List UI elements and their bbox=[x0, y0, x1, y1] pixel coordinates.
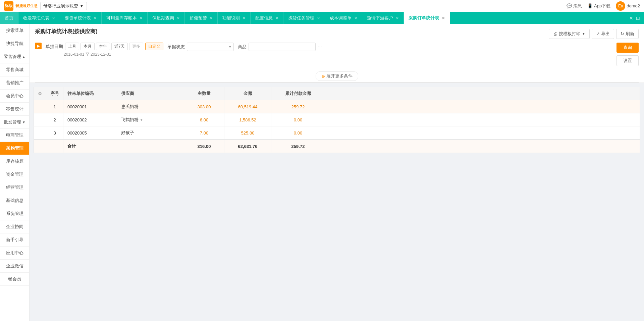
template-print-label: 按模板打印 bbox=[559, 31, 581, 37]
nav-close-btn[interactable]: ✕ bbox=[628, 15, 635, 21]
filter-status-select[interactable] bbox=[187, 43, 234, 51]
row-no: 3 bbox=[46, 126, 63, 140]
top-bar-right: 💬 消息 📱 App下载 Ea demo2 bbox=[567, 1, 640, 11]
sidebar-item-retail-shop[interactable]: 零售商城 bbox=[0, 63, 29, 76]
filter-date-block: 单据日期 上月 本月 本年 近7天 更多 自定义 2016-01-01 至 20… bbox=[46, 43, 163, 57]
footer-supplier-cell bbox=[117, 140, 184, 153]
th-settings[interactable]: ⚙ bbox=[34, 87, 46, 100]
date-btn-last-month[interactable]: 上月 bbox=[65, 43, 79, 50]
sidebar-item-system-mgmt[interactable]: 系统管理 bbox=[0, 207, 29, 220]
data-table: ⚙ 序号 往来单位编码 供应商 主数量 金额 累计付款金额 1 00020001… bbox=[34, 87, 640, 153]
btn-settings[interactable]: 设置 bbox=[616, 55, 639, 66]
btn-template-print[interactable]: 🖨 按模板打印 ▼ bbox=[549, 29, 590, 39]
expand-more-label: 展开更多条件 bbox=[326, 73, 353, 79]
workspace-selector[interactable]: 母婴行业演示账套 ▼ bbox=[40, 2, 87, 10]
tab-config-info[interactable]: 配置信息 ✕ bbox=[251, 12, 283, 24]
tab-receive-summary[interactable]: 收发存汇总表 ✕ bbox=[18, 12, 60, 24]
sidebar-item-app-center[interactable]: 应用中心 bbox=[0, 247, 29, 260]
sidebar-item-enterprise-wechat[interactable]: 企业微信 bbox=[0, 260, 29, 273]
sidebar-item-finance[interactable]: 资金管理 bbox=[0, 168, 29, 181]
tab-home[interactable]: 首页 bbox=[0, 12, 18, 24]
date-btn-7days[interactable]: 近7天 bbox=[111, 43, 128, 50]
footer-no-cell bbox=[46, 140, 63, 153]
sidebar-item-retail-stats[interactable]: 零售统计 bbox=[0, 103, 29, 116]
sidebar-item-wholesale-mgmt[interactable]: 批发管理 ▼ bbox=[0, 116, 29, 129]
sidebar-item-purchase-mgmt[interactable]: 采购管理 bbox=[0, 142, 29, 155]
top-bar-left: 标版 畅捷通好生意 母婴行业演示账套 ▼ bbox=[4, 1, 87, 11]
table-row: 2 00020002 飞鹤奶粉 ▼ 6.00 1,586.52 0.00 bbox=[34, 113, 640, 126]
tab-receive-summary-close[interactable]: ✕ bbox=[52, 16, 55, 20]
app-download-btn[interactable]: 📱 App下载 bbox=[587, 3, 610, 9]
sidebar-item-ecommerce[interactable]: 电商管理 bbox=[0, 129, 29, 142]
date-btn-this-year[interactable]: 本年 bbox=[96, 43, 110, 50]
tab-cost-adjust-label: 成本调整单 bbox=[330, 15, 352, 21]
nav-restore-btn[interactable]: ⊡ bbox=[635, 15, 641, 21]
date-btn-this-month[interactable]: 本月 bbox=[80, 43, 95, 50]
tab-purchase-stats[interactable]: 采购订单统计表 ✕ bbox=[404, 12, 450, 24]
expand-more-btn[interactable]: ⊕ 展开更多条件 bbox=[316, 71, 358, 81]
page-header-actions: 🖨 按模板打印 ▼ ↗ 导出 ↻ 刷新 bbox=[549, 29, 639, 39]
tab-available-stock[interactable]: 可用量库存账本 ✕ bbox=[102, 12, 148, 24]
tab-expiry-query-close[interactable]: ✕ bbox=[177, 16, 180, 20]
sidebar-item-operations[interactable]: 经营管理 bbox=[0, 181, 29, 194]
footer-paid-cell: 259.72 bbox=[271, 140, 325, 153]
row-extra bbox=[325, 126, 640, 140]
tab-available-stock-close[interactable]: ✕ bbox=[140, 16, 143, 20]
sidebar-item-marketing[interactable]: 营销推广 bbox=[0, 76, 29, 90]
th-no: 序号 bbox=[46, 87, 63, 100]
btn-export[interactable]: ↗ 导出 bbox=[592, 29, 614, 39]
tab-pick-task[interactable]: 拣货任务管理 ✕ bbox=[283, 12, 325, 24]
filter-goods-block: 商品 ··· bbox=[238, 43, 322, 51]
sidebar-item-retail-mgmt[interactable]: 零售管理 ▲ bbox=[0, 50, 29, 63]
tab-cost-adjust-close[interactable]: ✕ bbox=[354, 16, 357, 20]
gear-icon[interactable]: ⚙ bbox=[38, 91, 42, 96]
user-area[interactable]: Ea demo2 bbox=[616, 1, 640, 11]
tab-function-desc[interactable]: 功能说明 ✕ bbox=[218, 12, 251, 24]
sidebar-item-search[interactable]: 搜索菜单 bbox=[0, 24, 29, 37]
tab-cost-adjust[interactable]: 成本调整单 ✕ bbox=[325, 12, 362, 24]
tab-purchase-stats-close[interactable]: ✕ bbox=[442, 16, 445, 20]
tab-overstock-close[interactable]: ✕ bbox=[210, 16, 213, 20]
btn-query[interactable]: 查询 bbox=[616, 43, 639, 53]
template-print-arrow: ▼ bbox=[582, 32, 585, 36]
tab-expiry-query[interactable]: 保质期查询 ✕ bbox=[148, 12, 185, 24]
logo-text: 畅捷通好生意 bbox=[15, 4, 38, 8]
filter-goods-input[interactable] bbox=[249, 43, 316, 51]
sidebar-item-member[interactable]: 畅会员 bbox=[0, 273, 29, 286]
tab-goods-stats-close[interactable]: ✕ bbox=[94, 16, 97, 20]
tab-goods-stats[interactable]: 要货单统计表 ✕ bbox=[60, 12, 102, 24]
status-select-wrapper: ▼ bbox=[187, 43, 234, 51]
tab-pick-task-close[interactable]: ✕ bbox=[317, 16, 320, 20]
btn-refresh[interactable]: ↻ 刷新 bbox=[616, 29, 639, 39]
sidebar-system-mgmt-label: 系统管理 bbox=[0, 211, 29, 217]
sidebar-item-enterprise-collab[interactable]: 企业协同 bbox=[0, 220, 29, 233]
date-btn-more[interactable]: 更多 bbox=[129, 43, 143, 50]
tab-invite-downstream[interactable]: 邀请下游客户 ✕ bbox=[362, 12, 404, 24]
sidebar-item-basic-info[interactable]: 基础信息 bbox=[0, 194, 29, 207]
table-row: 1 00020001 惠氏奶粉 303.00 60,519.44 259.72 bbox=[34, 100, 640, 113]
goods-more-icon[interactable]: ··· bbox=[318, 44, 322, 50]
tab-config-info-label: 配置信息 bbox=[255, 15, 273, 21]
th-paid-amount: 累计付款金额 bbox=[271, 87, 325, 100]
th-amount: 金额 bbox=[224, 87, 271, 100]
filter-expand-toggle[interactable]: ▶ bbox=[35, 43, 42, 49]
row-supplier-code: 00020005 bbox=[63, 126, 117, 140]
tab-function-desc-close[interactable]: ✕ bbox=[243, 16, 246, 20]
sidebar-item-member-center[interactable]: 会员中心 bbox=[0, 90, 29, 103]
sidebar-basic-info-label: 基础信息 bbox=[0, 198, 29, 204]
sidebar-item-stock-check[interactable]: 库存核算 bbox=[0, 155, 29, 168]
message-btn[interactable]: 💬 消息 bbox=[567, 3, 582, 9]
tab-config-info-close[interactable]: ✕ bbox=[275, 16, 278, 20]
tab-invite-downstream-close[interactable]: ✕ bbox=[396, 16, 399, 20]
row-supplier-code: 00020002 bbox=[63, 113, 117, 126]
tab-overstock[interactable]: 超储预警 ✕ bbox=[185, 12, 218, 24]
expand-more-icon: ⊕ bbox=[321, 74, 325, 79]
row-settings-cell bbox=[34, 126, 46, 140]
sidebar-item-new-guide[interactable]: 新手引导 bbox=[0, 233, 29, 247]
table-header-row: ⚙ 序号 往来单位编码 供应商 主数量 金额 累计付款金额 bbox=[34, 87, 640, 100]
date-custom-tag[interactable]: 自定义 bbox=[145, 43, 163, 50]
tab-home-label: 首页 bbox=[5, 15, 13, 21]
page-title-row: 采购订单统计表(按供应商) 🖨 按模板打印 ▼ ↗ 导出 ↻ 刷新 bbox=[35, 28, 639, 39]
sidebar-wholesale-mgmt-label: 批发管理 bbox=[4, 119, 21, 125]
sidebar-item-quick-nav[interactable]: 快捷导航 bbox=[0, 37, 29, 50]
